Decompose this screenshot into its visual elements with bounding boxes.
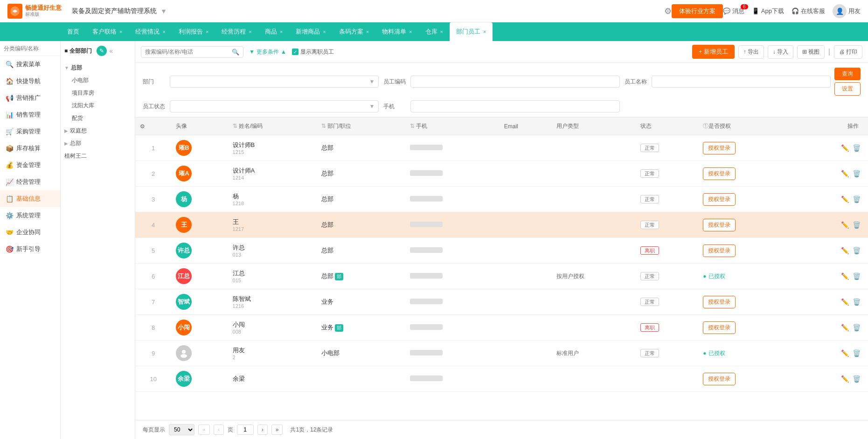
- sidebar-item-basic-info[interactable]: 📋基础信息: [0, 190, 60, 207]
- row-auth: 授权登录: [698, 135, 792, 161]
- nav-tab-home[interactable]: 首页: [61, 22, 86, 41]
- more-options-btn[interactable]: |: [828, 48, 830, 56]
- adv-filter-panel: 部门 ▼ 员工编码 员工名称 查询 设置: [135, 63, 868, 118]
- status-select[interactable]: ▼: [170, 100, 379, 112]
- empname-filter-input[interactable]: [652, 76, 831, 88]
- authorize-btn[interactable]: 授权登录: [703, 244, 736, 257]
- app-download-action[interactable]: 📱 App下载: [752, 7, 784, 15]
- dept-node-zongbu[interactable]: ▼总部: [61, 62, 135, 74]
- table-gear-icon[interactable]: ⚙: [140, 123, 145, 130]
- delete-btn[interactable]: 🗑️: [851, 374, 862, 383]
- phone-filter-input[interactable]: [410, 100, 619, 112]
- query-button[interactable]: 查询: [834, 68, 861, 80]
- sidebar-item-inventory[interactable]: 📦库存核算: [0, 140, 60, 157]
- sidebar-item-marketing[interactable]: 📢营销推广: [0, 90, 60, 106]
- nav-tab-add-product[interactable]: 新增商品 ×: [289, 22, 332, 41]
- sort-dept-icon[interactable]: ⇅: [321, 123, 326, 129]
- sidebar-item-collab[interactable]: 🤝企业协同: [0, 224, 60, 241]
- next-page-btn[interactable]: ›: [257, 425, 268, 435]
- dept-collapse-arrow[interactable]: «: [110, 47, 113, 55]
- sidebar-item-business[interactable]: 📈经营管理: [0, 174, 60, 190]
- nav-tab-customers[interactable]: 客户联络 ×: [86, 22, 129, 41]
- edit-btn[interactable]: ✏️: [839, 169, 851, 178]
- nav-tab-history[interactable]: 经营历程 ×: [215, 22, 258, 41]
- sidebar-item-system[interactable]: ⚙️系统管理: [0, 207, 60, 224]
- nav-tab-barcode[interactable]: 条码方案 ×: [333, 22, 375, 41]
- delete-btn[interactable]: 🗑️: [851, 246, 862, 255]
- first-page-btn[interactable]: «: [198, 425, 210, 435]
- reset-button[interactable]: 设置: [834, 82, 861, 96]
- nav-tab-warehouse[interactable]: 仓库 ×: [419, 22, 450, 41]
- gear-button[interactable]: ⚙: [664, 6, 672, 16]
- sidebar-item-search-menu[interactable]: 🔍搜索菜单: [0, 56, 60, 73]
- sidebar-item-quick-nav[interactable]: 🏠快捷导航: [0, 73, 60, 90]
- edit-btn[interactable]: ✏️: [839, 220, 851, 230]
- import-button[interactable]: ↓ 导入: [768, 45, 793, 59]
- sort-phone-icon[interactable]: ⇅: [410, 123, 415, 129]
- authorize-btn[interactable]: 授权登录: [703, 219, 736, 231]
- dept-tree: ▼总部 小电部 项目库房 沈阳大库 配货 ▶双庭想 ▶总部 植树王二: [61, 59, 135, 165]
- edit-btn[interactable]: ✏️: [839, 297, 851, 307]
- more-filters-btn[interactable]: ▼ 更多条件 ▲: [249, 48, 286, 56]
- main-nav: 首页 客户联络 × 经营情况 × 利润报告 × 经营历程 × 商品 × 新增商品…: [0, 22, 868, 41]
- edit-btn[interactable]: ✏️: [839, 323, 851, 332]
- online-service-action[interactable]: 🎧 在线客服: [792, 7, 825, 15]
- dept-select[interactable]: ▼: [170, 76, 379, 88]
- edit-btn[interactable]: ✏️: [839, 143, 851, 153]
- authorize-btn[interactable]: 授权登录: [703, 321, 736, 334]
- show-resigned-toggle[interactable]: ✓ 显示离职员工: [292, 48, 334, 56]
- user-action[interactable]: 👤 用友: [833, 4, 861, 18]
- delete-btn[interactable]: 🗑️: [851, 297, 862, 307]
- empcode-filter-input[interactable]: [410, 76, 619, 88]
- prev-page-btn[interactable]: ‹: [214, 425, 224, 435]
- nav-tab-profit[interactable]: 利润报告 ×: [172, 22, 215, 41]
- resigned-checkbox[interactable]: ✓: [292, 49, 299, 55]
- sidebar-item-finance[interactable]: 💰资金管理: [0, 157, 60, 174]
- per-page-select[interactable]: 50 20 100: [169, 424, 194, 435]
- delete-btn[interactable]: 🗑️: [851, 143, 862, 153]
- edit-btn[interactable]: ✏️: [839, 246, 851, 255]
- print-button[interactable]: 🖨 打印: [834, 45, 862, 59]
- delete-btn[interactable]: 🗑️: [851, 348, 862, 358]
- authorize-btn[interactable]: 授权登录: [703, 296, 736, 308]
- view-button[interactable]: ⊞ 视图: [797, 45, 825, 59]
- dept-node-peihuo[interactable]: 配货: [68, 112, 135, 125]
- authorize-btn[interactable]: 授权登录: [703, 142, 736, 154]
- authorize-btn[interactable]: 授权登录: [703, 167, 736, 180]
- sidebar-item-guide[interactable]: 🎯新手引导: [0, 241, 60, 258]
- delete-btn[interactable]: 🗑️: [851, 323, 862, 332]
- authorize-btn[interactable]: 授权登录: [703, 373, 736, 385]
- delete-btn[interactable]: 🗑️: [851, 220, 862, 230]
- delete-btn[interactable]: 🗑️: [851, 169, 862, 178]
- message-action[interactable]: 💬 消息 6: [723, 7, 744, 15]
- delete-btn[interactable]: 🗑️: [851, 195, 862, 204]
- authorize-btn[interactable]: 授权登录: [703, 193, 736, 206]
- nav-tab-products[interactable]: 商品 ×: [258, 22, 289, 41]
- add-employee-button[interactable]: + 新增员工: [692, 45, 735, 59]
- edit-btn[interactable]: ✏️: [839, 272, 851, 281]
- edit-btn[interactable]: ✏️: [839, 195, 851, 204]
- last-page-btn[interactable]: »: [271, 425, 283, 435]
- delete-btn[interactable]: 🗑️: [851, 272, 862, 281]
- dept-node-zongbu2[interactable]: ▶总部: [61, 137, 135, 150]
- edit-btn[interactable]: ✏️: [839, 348, 851, 358]
- sidebar-search-input[interactable]: [4, 45, 61, 52]
- sidebar-search[interactable]: 🔍: [0, 41, 60, 56]
- nav-tab-employees[interactable]: 部门员工 ×: [450, 22, 493, 41]
- sort-name-icon[interactable]: ⇅: [233, 123, 237, 129]
- emp-search-input[interactable]: [145, 49, 232, 55]
- dept-node-xiaodianbu[interactable]: 小电部: [68, 74, 135, 87]
- sidebar-item-purchase[interactable]: 🛒采购管理: [0, 123, 60, 140]
- trial-button[interactable]: 体验行业方案: [672, 4, 723, 18]
- nav-tab-operations[interactable]: 经营情况 ×: [129, 22, 172, 41]
- dept-collapse-btn[interactable]: ✎: [97, 46, 107, 56]
- page-number-input[interactable]: [237, 425, 254, 435]
- edit-btn[interactable]: ✏️: [839, 374, 851, 383]
- dept-node-xiangmukufang[interactable]: 项目库房: [68, 87, 135, 99]
- dept-node-shuangtingxiang[interactable]: ▶双庭想: [61, 125, 135, 137]
- dept-node-shenyangdaku[interactable]: 沈阳大库: [68, 99, 135, 112]
- dept-node-zhushuwangii[interactable]: 植树王二: [61, 150, 135, 162]
- export-button[interactable]: ↑ 导出: [738, 45, 764, 59]
- nav-tab-bom[interactable]: 物料清单 ×: [375, 22, 418, 41]
- sidebar-item-sales[interactable]: 📊销售管理: [0, 106, 60, 123]
